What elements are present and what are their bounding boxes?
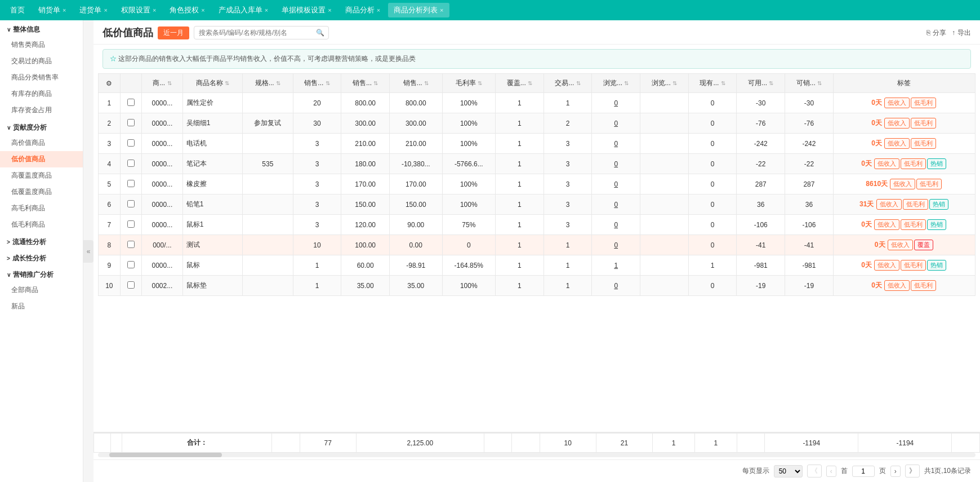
sidebar-collapse-btn[interactable]: « xyxy=(83,240,93,263)
filter-period-btn[interactable]: 近一月 xyxy=(158,26,189,39)
table-row[interactable]: 50000...橡皮擦3170.00170.00100%130028728786… xyxy=(99,174,975,194)
share-btn[interactable]: ⎘ 分享 xyxy=(926,28,946,38)
table-row[interactable]: 10000...属性定价20800.00800.00100%1100-30-30… xyxy=(99,93,975,113)
table-row[interactable]: 60000...铅笔13150.00150.00100%1300363631天 … xyxy=(99,194,975,215)
table-container[interactable]: ⚙商... ⇅商品名称 ⇅规格... ⇅销售... ⇅销售... ⇅销售... … xyxy=(93,73,980,432)
col-header-10[interactable]: 交易... ⇅ xyxy=(544,74,592,93)
table-cell: 9 xyxy=(99,255,121,276)
sidebar-item-高覆盖度商品[interactable]: 高覆盖度商品 xyxy=(0,167,83,184)
table-row[interactable]: 70000...鼠标13120.0090.0075%1300-106-1060天… xyxy=(99,215,975,235)
prev-page-btn[interactable]: ‹ xyxy=(826,466,836,477)
first-page-btn[interactable]: 《 xyxy=(807,465,822,477)
col-header-2[interactable]: 商... ⇅ xyxy=(141,74,182,93)
row-checkbox[interactable] xyxy=(127,281,135,289)
nav-item-角色授权[interactable]: 角色授权× xyxy=(164,3,210,17)
next-page-btn[interactable]: › xyxy=(890,466,901,477)
nav-close-icon[interactable]: × xyxy=(104,7,107,14)
browse1-link[interactable]: 0 xyxy=(614,180,618,188)
sidebar-group-流通性分析[interactable]: >流通性分析 xyxy=(0,233,83,249)
search-input[interactable] xyxy=(194,26,329,39)
search-icon[interactable]: 🔍 xyxy=(316,29,324,37)
sidebar-item-高毛利商品[interactable]: 高毛利商品 xyxy=(0,200,83,216)
col-header-7[interactable]: 销售... ⇅ xyxy=(390,74,443,93)
nav-item-权限设置[interactable]: 权限设置× xyxy=(115,3,162,17)
sidebar-item-低价值商品[interactable]: 低价值商品 xyxy=(0,151,83,167)
table-row[interactable]: 90000...鼠标160.00-98.91-164.85%1111-981-9… xyxy=(99,255,975,276)
table-cell: 3 xyxy=(293,194,341,215)
sidebar-item-库存资金占用[interactable]: 库存资金占用 xyxy=(0,102,83,118)
nav-close-icon[interactable]: × xyxy=(153,7,156,14)
nav-close-icon[interactable]: × xyxy=(328,7,331,14)
sidebar-item-销售类商品[interactable]: 销售类商品 xyxy=(0,37,83,53)
sidebar-item-低覆盖度商品[interactable]: 低覆盖度商品 xyxy=(0,184,83,200)
row-checkbox[interactable] xyxy=(127,160,135,167)
sidebar-item-高价值商品[interactable]: 高价值商品 xyxy=(0,135,83,151)
table-cell xyxy=(120,154,141,174)
browse1-link[interactable]: 0 xyxy=(614,120,618,127)
row-checkbox[interactable] xyxy=(127,139,135,147)
nav-item-进货单[interactable]: 进货单× xyxy=(74,3,113,17)
sidebar-group-营销推广分析[interactable]: ∨营销推广分析 xyxy=(0,266,83,282)
nav-close-icon[interactable]: × xyxy=(377,7,380,14)
sidebar-group-贡献度分析[interactable]: ∨贡献度分析 xyxy=(0,118,83,135)
nav-close-icon[interactable]: × xyxy=(265,7,268,14)
table-row[interactable]: 30000...电话机3210.00210.00100%1300-242-242… xyxy=(99,134,975,154)
browse1-link[interactable]: 0 xyxy=(614,241,618,249)
row-checkbox[interactable] xyxy=(127,220,135,228)
page-size-select[interactable]: 50 100 200 xyxy=(774,465,803,477)
col-header-4[interactable]: 规格... ⇅ xyxy=(243,74,293,93)
nav-close-icon[interactable]: × xyxy=(440,7,443,14)
browse1-link[interactable]: 1 xyxy=(614,262,618,269)
sidebar-group-整体信息[interactable]: ∨整体信息 xyxy=(0,20,83,37)
browse1-link[interactable]: 0 xyxy=(614,282,618,290)
table-row[interactable]: 20000...吴细细1参加复试30300.00300.00100%1200-7… xyxy=(99,113,975,134)
browse1-link[interactable]: 0 xyxy=(614,221,618,229)
horizontal-scrollbar[interactable] xyxy=(98,453,975,457)
col-header-11[interactable]: 浏览... ⇅ xyxy=(592,74,640,93)
browse1-link[interactable]: 0 xyxy=(614,160,618,168)
table-cell: 0 xyxy=(688,93,737,113)
row-checkbox[interactable] xyxy=(127,119,135,126)
col-header-15[interactable]: 可销... ⇅ xyxy=(785,74,834,93)
row-checkbox[interactable] xyxy=(127,241,135,248)
col-header-8[interactable]: 毛利率 ⇅ xyxy=(442,74,496,93)
browse1-link[interactable]: 0 xyxy=(614,140,618,148)
table-row[interactable]: 8000/...测试10100.000.0001100-41-410天 低收入覆… xyxy=(99,235,975,255)
table-cell: 1 xyxy=(496,255,544,276)
col-header-6[interactable]: 销售... ⇅ xyxy=(341,74,390,93)
nav-close-icon[interactable]: × xyxy=(63,7,66,14)
col-header-3[interactable]: 商品名称 ⇅ xyxy=(182,74,242,93)
sidebar-group-成长性分析[interactable]: >成长性分析 xyxy=(0,249,83,266)
row-checkbox[interactable] xyxy=(127,180,135,187)
row-checkbox[interactable] xyxy=(127,261,135,268)
col-header-14[interactable]: 可用... ⇅ xyxy=(737,74,785,93)
col-header-12[interactable]: 浏览... ⇅ xyxy=(640,74,689,93)
last-page-btn[interactable]: 》 xyxy=(905,465,920,477)
current-page-input[interactable] xyxy=(852,466,875,477)
nav-close-icon[interactable]: × xyxy=(201,7,204,14)
nav-item-单据模板设置[interactable]: 单据模板设置× xyxy=(276,3,337,17)
sidebar-item-低毛利商品[interactable]: 低毛利商品 xyxy=(0,216,83,233)
sidebar-item-新品[interactable]: 新品 xyxy=(0,298,83,315)
col-header-9[interactable]: 覆盖... ⇅ xyxy=(496,74,544,93)
sidebar-item-商品分类销售率[interactable]: 商品分类销售率 xyxy=(0,69,83,86)
nav-item-销货单[interactable]: 销货单× xyxy=(33,3,72,17)
sidebar-item-交易过的商品[interactable]: 交易过的商品 xyxy=(0,53,83,69)
table-cell: -164.85% xyxy=(442,255,496,276)
row-checkbox[interactable] xyxy=(127,99,135,106)
col-header-13[interactable]: 现有... ⇅ xyxy=(688,74,737,93)
nav-item-商品分析列表[interactable]: 商品分析列表× xyxy=(388,3,449,17)
table-row[interactable]: 100002...鼠标垫135.0035.00100%1100-19-190天 … xyxy=(99,276,975,296)
sidebar-item-全部商品[interactable]: 全部商品 xyxy=(0,282,83,298)
export-btn[interactable]: ↑ 导出 xyxy=(952,28,971,38)
browse1-link[interactable]: 0 xyxy=(614,201,618,209)
sidebar-item-有库存的商品[interactable]: 有库存的商品 xyxy=(0,86,83,102)
browse1-link[interactable]: 0 xyxy=(614,99,618,107)
col-header-5[interactable]: 销售... ⇅ xyxy=(293,74,341,93)
nav-item-首页[interactable]: 首页 xyxy=(5,3,30,17)
table-cell: 3 xyxy=(293,134,341,154)
row-checkbox[interactable] xyxy=(127,200,135,207)
nav-item-产成品入库单[interactable]: 产成品入库单× xyxy=(213,3,274,17)
nav-item-商品分析[interactable]: 商品分析× xyxy=(340,3,386,17)
table-row[interactable]: 40000...笔记本5353180.00-10,380...-5766.6..… xyxy=(99,154,975,174)
